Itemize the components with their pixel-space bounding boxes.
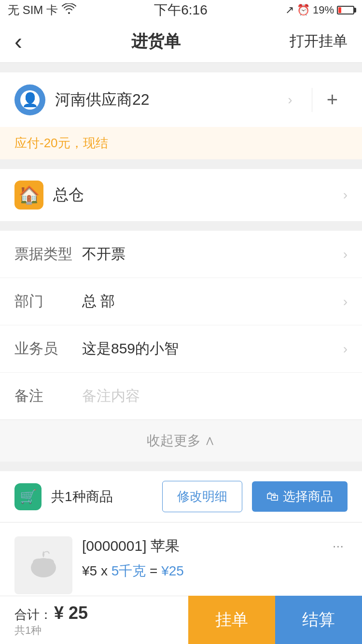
divider [312,88,312,112]
back-button[interactable]: ‹ [14,28,22,55]
supplier-row[interactable]: 👤 河南供应商22 › + [0,72,362,127]
product-price: ¥5 x 5千克 = ¥25 [82,562,319,580]
department-row[interactable]: 部门 总 部 › [0,278,362,325]
staff-row[interactable]: 业务员 这是859的小智 › [0,325,362,372]
page-title: 进货单 [131,30,181,53]
total-count: 共1种 [14,623,174,638]
remark-row[interactable]: 备注 备注内容 [0,372,362,420]
supplier-name: 河南供应商22 [55,89,288,111]
add-supplier-button[interactable]: + [317,84,348,115]
warehouse-name: 总仓 [53,184,343,206]
products-icon-bg: 🛒 [14,483,42,510]
avatar-icon: 👤 [22,92,39,108]
equals: = [150,563,161,578]
product-info: [0000001] 苹果 ¥5 x 5千克 = ¥25 [82,536,319,580]
department-value: 总 部 [82,292,343,311]
svg-point-2 [42,559,54,566]
department-label: 部门 [14,292,82,311]
product-title: 苹果 [151,538,180,554]
status-left: 无 SIM 卡 [8,2,76,18]
quantity: 5千克 [111,563,146,578]
chevron-right-icon: › [343,247,348,262]
more-button[interactable]: ··· [329,536,348,556]
warehouse-row[interactable]: 🏠 总仓 › [0,169,362,221]
ticket-type-row[interactable]: 票据类型 不开票 › [0,231,362,278]
products-header: 🛒 共1种商品 修改明细 🛍 选择商品 [0,471,362,522]
battery-percentage: 19% [313,4,334,16]
form-section: 票据类型 不开票 › 部门 总 部 › 业务员 这是859的小智 › 备注 备注… [0,231,362,462]
battery-icon [337,6,354,14]
wifi-icon [62,3,76,17]
total-price: ¥25 [161,563,184,578]
product-name: [0000001] 苹果 [82,536,319,556]
total-amount: ¥ 25 [54,603,88,623]
open-hang-button[interactable]: 打开挂单 [290,31,348,51]
chevron-right-icon: › [288,92,292,108]
products-count: 共1种商品 [51,488,153,506]
warehouse-section: 🏠 总仓 › [0,169,362,221]
supplier-avatar: 👤 [14,84,45,115]
total-label: 合计： [14,606,52,623]
chevron-right-icon: › [343,187,348,203]
chevron-right-icon: › [343,341,348,357]
location-icon: ↗ [285,4,294,16]
supplier-notice: 应付-20元，现结 [0,127,362,159]
select-product-button[interactable]: 🛍 选择商品 [252,481,348,512]
unit-price: ¥5 x [82,563,111,578]
alarm-icon: ⏰ [297,4,310,16]
status-bar: 无 SIM 卡 下午6:16 ↗ ⏰ 19% [0,0,362,20]
carrier-text: 无 SIM 卡 [8,2,58,18]
staff-value: 这是859的小智 [82,339,343,359]
staff-label: 业务员 [14,339,82,359]
product-item: [0000001] 苹果 ¥5 x 5千克 = ¥25 ··· [0,523,362,608]
remark-label: 备注 [14,386,82,406]
product-thumbnail [14,536,72,594]
hang-order-button[interactable]: 挂单 [188,596,275,644]
chevron-right-icon: › [343,294,348,309]
warehouse-icon-bg: 🏠 [14,181,43,210]
select-icon: 🛍 [266,489,279,504]
nav-bar: ‹ 进货单 打开挂单 [0,20,362,63]
supplier-section: 👤 河南供应商22 › + 应付-20元，现结 [0,72,362,159]
total-section: 合计： ¥ 25 共1种 [0,596,188,644]
collapse-button[interactable]: 收起更多 ∧ [0,420,362,462]
products-icon: 🛒 [20,489,37,504]
status-right: ↗ ⏰ 19% [285,4,354,16]
bottom-bar: 合计： ¥ 25 共1种 挂单 结算 [0,596,362,644]
remark-input[interactable]: 备注内容 [82,386,348,406]
ticket-type-label: 票据类型 [14,244,82,264]
time-display: 下午6:16 [154,1,208,19]
checkout-button[interactable]: 结算 [275,596,362,644]
edit-detail-button[interactable]: 修改明细 [162,481,242,512]
ticket-type-value: 不开票 [82,244,343,264]
warehouse-icon: 🏠 [18,185,40,205]
product-code: [0000001] [82,538,151,554]
